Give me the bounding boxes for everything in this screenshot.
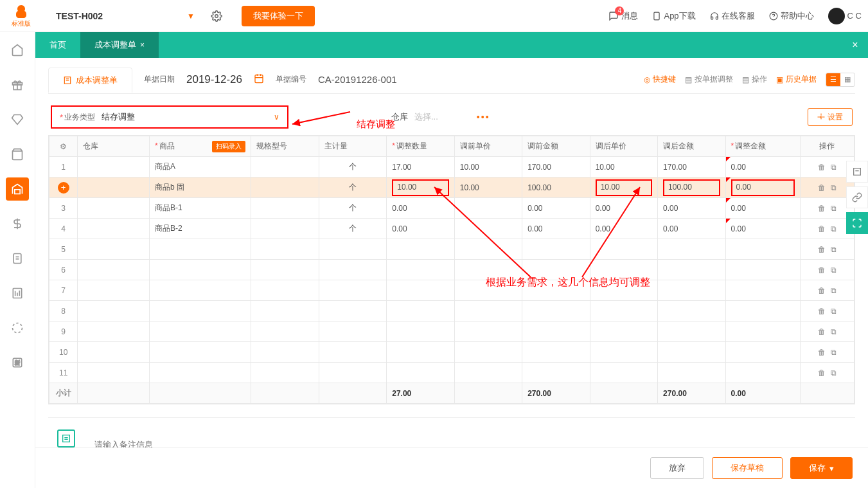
chevron-down-icon: ▼	[187, 12, 195, 21]
sidebar-loading-icon[interactable]	[6, 316, 29, 339]
copy-row-icon[interactable]: ⧉	[831, 368, 837, 377]
delete-row-icon[interactable]: 🗑	[818, 368, 826, 377]
message-badge: 4	[615, 6, 624, 15]
sidebar-home-icon[interactable]	[6, 39, 29, 62]
messages-link[interactable]: 消息 4	[608, 10, 638, 22]
close-icon[interactable]: ×	[140, 41, 145, 50]
view-toggle: ☰ ▦	[826, 73, 855, 87]
history-link[interactable]: ▣ 历史单据	[776, 74, 817, 85]
sidebar: 新	[0, 32, 35, 488]
dock-note-icon[interactable]	[846, 161, 868, 183]
calendar-icon[interactable]	[254, 73, 264, 86]
sidebar-money-icon[interactable]	[6, 212, 29, 235]
business-type-select[interactable]: * 业务类型 结存调整 ∨	[51, 105, 288, 129]
help-center-link[interactable]: 帮助中心	[769, 10, 814, 22]
col-qty: *调整数量	[387, 136, 454, 157]
remarks-input[interactable]	[94, 440, 851, 447]
copy-row-icon[interactable]: ⧉	[831, 224, 837, 233]
table-row[interactable]: 1商品A个17.0010.00170.0010.00170.000.00🗑⧉	[49, 157, 855, 177]
table-row[interactable]: 6🗑⧉	[49, 260, 855, 280]
delete-row-icon[interactable]: 🗑	[818, 348, 826, 357]
discard-button[interactable]: 放弃	[650, 457, 704, 479]
copy-row-icon[interactable]: ⧉	[831, 266, 837, 275]
tab-home[interactable]: 首页	[35, 32, 80, 58]
settings-button[interactable]: 设置	[808, 108, 853, 126]
col-adj-amt: *调整金额	[725, 136, 800, 157]
app-download-link[interactable]: App下载	[652, 10, 695, 22]
delete-row-icon[interactable]: 🗑	[818, 183, 826, 192]
copy-row-icon[interactable]: ⧉	[831, 286, 837, 295]
copy-row-icon[interactable]: ⧉	[831, 204, 837, 213]
close-all-tabs[interactable]: ×	[842, 32, 868, 58]
copy-row-icon[interactable]: ⧉	[831, 307, 837, 316]
sidebar-new-icon[interactable]: 新	[6, 351, 29, 374]
date-value[interactable]: 2019-12-26	[186, 73, 242, 86]
add-row-icon[interactable]: +	[58, 182, 69, 194]
copy-row-icon[interactable]: ⧉	[831, 245, 837, 254]
delete-row-icon[interactable]: 🗑	[818, 307, 826, 316]
sidebar-gift-icon[interactable]	[6, 73, 29, 96]
table-row[interactable]: +商品b 固个10.0010.00100.0010.00100.000.00🗑⧉	[49, 177, 855, 198]
svg-rect-30	[63, 435, 70, 442]
table-row[interactable]: 9🗑⧉	[49, 321, 855, 342]
sidebar-report-icon[interactable]	[6, 282, 29, 305]
table-row[interactable]: 11🗑⧉	[49, 363, 855, 383]
subtotal-row: 小计 27.00 270.00 270.00 0.00	[49, 383, 855, 404]
org-settings-icon[interactable]	[208, 7, 226, 25]
sidebar-bag-icon[interactable]	[6, 143, 29, 166]
chevron-down-icon: ▾	[829, 464, 834, 473]
delete-row-icon[interactable]: 🗑	[818, 204, 826, 213]
save-draft-button[interactable]: 保存草稿	[712, 457, 783, 479]
dock-link-icon[interactable]	[846, 186, 868, 208]
delete-row-icon[interactable]: 🗑	[818, 163, 826, 172]
table-row[interactable]: 8🗑⧉	[49, 301, 855, 321]
delete-row-icon[interactable]: 🗑	[818, 327, 826, 336]
delete-row-icon[interactable]: 🗑	[818, 266, 826, 275]
delete-row-icon[interactable]: 🗑	[818, 286, 826, 295]
view-tabs: 首页 成本调整单 × ×	[35, 32, 868, 58]
shortcut-link[interactable]: ◎ 快捷键	[644, 74, 676, 85]
save-button[interactable]: 保存 ▾	[790, 457, 853, 479]
brand-logo: 标准版	[6, 4, 35, 28]
sidebar-clipboard-icon[interactable]	[6, 247, 29, 270]
tab-cost-adjust[interactable]: 成本调整单 ×	[80, 32, 159, 58]
copy-row-icon[interactable]: ⧉	[831, 348, 837, 357]
table-row[interactable]: 5🗑⧉	[49, 239, 855, 260]
ops-link[interactable]: ▤ 操作	[742, 74, 767, 85]
right-dock	[846, 161, 868, 234]
delete-row-icon[interactable]: 🗑	[818, 245, 826, 254]
table-header: ⚙ 仓库 *商品扫码录入 规格型号 主计量 *调整数量 调前单价 调前金额 调后…	[49, 136, 855, 157]
delete-row-icon[interactable]: 🗑	[818, 224, 826, 233]
chevron-down-icon: ∨	[274, 113, 279, 122]
copy-row-icon[interactable]: ⧉	[831, 327, 837, 336]
top-bar: 标准版 TEST-H002 ▼ 我要体验一下 消息 4 App下载 在线客服 帮…	[0, 0, 868, 32]
page-header: 成本调整单 单据日期 2019-12-26 单据编号 CA-20191226-0…	[48, 66, 855, 94]
customer-service-link[interactable]: 在线客服	[710, 10, 755, 22]
copy-row-icon[interactable]: ⧉	[831, 183, 837, 192]
col-post-amt: 调后金额	[658, 136, 725, 157]
code-value: CA-20191226-001	[318, 74, 397, 85]
sidebar-diamond-icon[interactable]	[6, 108, 29, 131]
svg-rect-22	[255, 75, 263, 83]
sidebar-warehouse-icon[interactable]	[6, 177, 29, 201]
try-button[interactable]: 我要体验一下	[242, 6, 315, 26]
col-product: *商品扫码录入	[150, 136, 251, 157]
more-filters-icon[interactable]: •••	[477, 112, 490, 122]
user-menu[interactable]: C C	[828, 8, 862, 24]
remarks-section: 备注信息	[48, 417, 855, 447]
table-row[interactable]: 7🗑⧉	[49, 280, 855, 301]
view-list-icon[interactable]: ☰	[826, 73, 840, 86]
avatar	[828, 8, 845, 24]
org-selector[interactable]: TEST-H002 ▼	[48, 6, 202, 26]
col-gear[interactable]: ⚙	[49, 136, 78, 157]
col-pre-price: 调前单价	[454, 136, 522, 157]
scan-button[interactable]: 扫码录入	[212, 141, 245, 152]
table-row[interactable]: 4商品B-2个0.000.000.000.000.00🗑⧉	[49, 219, 855, 239]
by-bill-link[interactable]: ▤ 按单据调整	[685, 74, 733, 85]
table-row[interactable]: 3商品B-1个0.000.000.000.000.00🗑⧉	[49, 198, 855, 219]
table-row[interactable]: 10🗑⧉	[49, 342, 855, 363]
warehouse-filter[interactable]: 仓库 选择...	[391, 111, 438, 123]
copy-row-icon[interactable]: ⧉	[831, 163, 837, 172]
view-grid-icon[interactable]: ▦	[840, 73, 855, 86]
dock-expand-icon[interactable]	[846, 212, 868, 234]
